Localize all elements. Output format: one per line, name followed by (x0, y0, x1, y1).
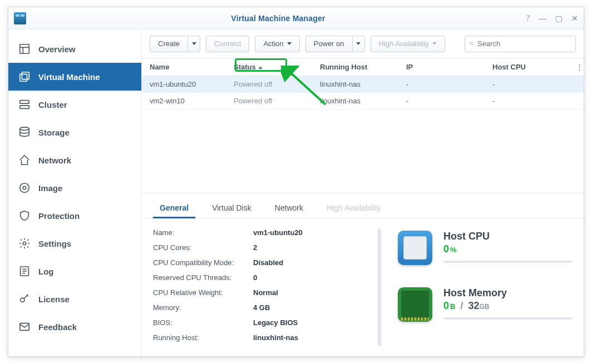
sidebar-item-label: Cluster (38, 100, 67, 109)
cell-name: vm1-ubuntu20 (142, 80, 228, 88)
sidebar-item-label: Image (38, 183, 62, 193)
minimize-button[interactable]: — (539, 14, 546, 22)
sidebar-item-label: Protection (38, 211, 80, 221)
sidebar-item-label: License (38, 295, 70, 304)
main-area: Create Connect Action Power on High Avai… (142, 29, 584, 356)
envelope-icon (18, 321, 31, 333)
image-icon (18, 182, 31, 194)
col-status[interactable]: Status (228, 63, 314, 71)
high-availability-button[interactable]: High Availability (371, 36, 446, 52)
connect-button[interactable]: Connect (206, 36, 249, 52)
table-row[interactable]: vm2-win10 Powered off linuxhint-nas - - (142, 93, 584, 109)
sidebar-item-settings[interactable]: Settings (8, 230, 141, 257)
window-controls: ? — ▢ ✕ (526, 14, 578, 22)
toolbar: Create Connect Action Power on High Avai… (142, 29, 584, 58)
detail-panel: General Virtual Disk Network High Availa… (142, 193, 584, 356)
close-button[interactable]: ✕ (571, 14, 578, 22)
sidebar-item-label: Virtual Machine (38, 72, 100, 82)
cluster-icon (18, 98, 31, 111)
sidebar-item-protection[interactable]: Protection (8, 202, 141, 230)
detail-tabs: General Virtual Disk Network High Availa… (142, 193, 584, 218)
sidebar-item-image[interactable]: Image (8, 174, 141, 202)
action-button[interactable]: Action (255, 36, 299, 52)
sidebar-item-label: Storage (38, 128, 70, 137)
svg-point-9 (23, 186, 26, 190)
detail-row: CPU Relative Weight:Normal (153, 288, 362, 297)
metric-bar (443, 317, 573, 320)
detail-scrollbar[interactable] (378, 228, 381, 346)
storage-icon (18, 126, 31, 138)
detail-row: Reserved CPU Threads:0 (153, 273, 362, 282)
col-running-host[interactable]: Running Host (314, 63, 401, 71)
sidebar-item-label: Log (38, 267, 54, 276)
app-icon (14, 12, 26, 24)
sidebar-item-storage[interactable]: Storage (8, 118, 141, 146)
search-icon (470, 40, 474, 48)
sidebar-item-log[interactable]: Log (8, 257, 141, 285)
maximize-button[interactable]: ▢ (555, 14, 563, 22)
cell-ip: - (401, 80, 487, 88)
cpu-icon (398, 231, 432, 265)
tab-general[interactable]: General (153, 199, 195, 218)
svg-rect-0 (20, 44, 29, 54)
power-on-button[interactable]: Power on (305, 36, 353, 52)
svg-rect-4 (20, 74, 27, 81)
sidebar-item-license[interactable]: License (8, 285, 141, 313)
sidebar-item-cluster[interactable]: Cluster (8, 91, 141, 118)
sidebar-item-label: Feedback (38, 322, 77, 332)
window-title: Virtual Machine Manager (31, 14, 526, 23)
sidebar-item-label: Network (38, 156, 71, 165)
overview-icon (18, 43, 31, 55)
svg-line-18 (472, 44, 473, 46)
sidebar-item-label: Settings (38, 239, 71, 248)
col-ip[interactable]: IP (401, 63, 487, 71)
network-icon (18, 154, 31, 166)
cell-host: linuxhint-nas (314, 97, 401, 105)
svg-point-8 (20, 183, 29, 193)
metric-value: 0% (443, 243, 573, 255)
svg-point-10 (23, 242, 26, 245)
col-host-cpu[interactable]: Host CPU (487, 63, 570, 71)
detail-row: Name:vm1-ubuntu20 (153, 228, 362, 237)
sidebar-item-feedback[interactable]: Feedback (8, 313, 141, 341)
sidebar-item-virtual-machine[interactable]: Virtual Machine (8, 63, 141, 91)
create-button[interactable]: Create (150, 36, 188, 52)
create-split-button: Create (150, 36, 200, 52)
power-on-split-button: Power on (305, 36, 365, 52)
log-icon (18, 265, 31, 277)
svg-point-7 (20, 127, 29, 131)
tab-network[interactable]: Network (268, 199, 310, 218)
cell-ip: - (401, 97, 487, 105)
memory-icon (398, 287, 432, 322)
protection-icon (18, 210, 31, 222)
metric-bar (443, 261, 573, 263)
detail-row: CPU Compatibility Mode:Disabled (153, 258, 362, 267)
create-dropdown-button[interactable] (188, 36, 200, 52)
metric-value: 0B / 32GB (443, 300, 573, 312)
tab-virtual-disk[interactable]: Virtual Disk (205, 199, 258, 218)
gear-icon (18, 237, 31, 250)
cell-name: vm2-win10 (142, 97, 228, 105)
metric-host-memory: Host Memory 0B / 32GB (398, 287, 573, 322)
table-header: Name Status Running Host IP Host CPU ⋮ (142, 58, 584, 76)
chevron-down-icon (432, 42, 437, 45)
tab-high-availability[interactable]: High Availability (320, 199, 388, 218)
power-on-dropdown-button[interactable] (353, 36, 365, 52)
col-menu-button[interactable]: ⋮ (570, 63, 584, 71)
sidebar-item-label: Overview (38, 44, 76, 54)
svg-rect-6 (20, 106, 29, 109)
cell-host: linuxhint-nas (314, 80, 401, 88)
search-input[interactable] (477, 39, 571, 48)
cell-hcpu: - (487, 80, 570, 88)
table-row[interactable]: vm1-ubuntu20 Powered off linuxhint-nas -… (142, 76, 584, 93)
svg-point-17 (470, 42, 472, 44)
help-icon[interactable]: ? (526, 14, 530, 22)
sidebar-item-overview[interactable]: Overview (8, 35, 141, 63)
col-name[interactable]: Name (142, 63, 228, 71)
detail-row: BIOS:Legacy BIOS (153, 318, 362, 327)
detail-row: Memory:4 GB (153, 303, 362, 312)
search-box (465, 36, 576, 52)
vm-table: Name Status Running Host IP Host CPU ⋮ v… (142, 58, 584, 109)
sidebar-item-network[interactable]: Network (8, 146, 141, 174)
host-metrics: Host CPU 0% Host Memory (398, 228, 573, 346)
